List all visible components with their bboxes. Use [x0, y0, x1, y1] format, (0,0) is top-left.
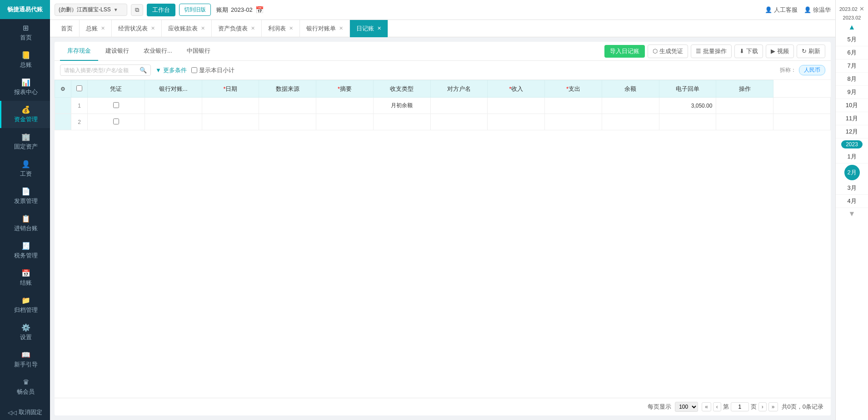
last-page-button[interactable]: »: [768, 402, 778, 411]
sidebar-item-payroll[interactable]: 👤 工资: [0, 155, 50, 183]
cal-close-btn[interactable]: ✕: [859, 5, 864, 12]
row-operation-0[interactable]: [773, 98, 831, 114]
subtab-cash[interactable]: 库存现金: [60, 42, 98, 61]
cal-year-badge[interactable]: 2023: [841, 140, 863, 148]
user-info[interactable]: 👤 徐温华: [804, 6, 831, 14]
cal-month-4-2023[interactable]: 4月: [836, 195, 868, 208]
show-daily-total-checkbox[interactable]: 显示本日小计: [191, 66, 234, 74]
sidebar-item-archive[interactable]: 📁 归档管理: [0, 292, 50, 319]
subtab-abc[interactable]: 农业银行...: [136, 42, 180, 61]
daily-total-check[interactable]: [191, 67, 197, 73]
sidebar-unpin[interactable]: ◁◁ 取消固定: [0, 405, 50, 420]
generate-voucher-button[interactable]: ⬡ 生成凭证: [648, 44, 688, 58]
home-icon: ⊞: [23, 24, 29, 32]
cal-months-active: 1月 2月 3月 4月: [836, 150, 868, 208]
sidebar-item-newbie[interactable]: 📖 新手引导: [0, 346, 50, 373]
row-bank-1: [202, 114, 259, 130]
row-checkbox-1[interactable]: [113, 119, 119, 124]
th-settings[interactable]: ⚙: [55, 80, 71, 98]
cal-month-5[interactable]: 5月: [836, 33, 868, 46]
row-checkbox-0[interactable]: [113, 102, 119, 108]
import-journal-button[interactable]: 导入日记账: [604, 45, 645, 58]
select-all-checkbox[interactable]: [76, 85, 82, 91]
cal-month-11[interactable]: 11月: [836, 112, 868, 125]
period-calendar-icon[interactable]: 📅: [255, 6, 264, 14]
sidebar-item-home[interactable]: ⊞ 首页: [0, 19, 50, 46]
tab-bank-close[interactable]: ✕: [339, 25, 343, 31]
user-service[interactable]: 👤 人工客服: [765, 6, 798, 14]
page-input[interactable]: [731, 402, 749, 411]
journal-card: 库存现金 建设银行 农业银行... 中国银行 导入日记账 ⬡ 生成凭证: [55, 42, 831, 415]
company-selector[interactable]: (勿删）江西腿宝-LSS ▼: [55, 4, 127, 16]
cal-month-8[interactable]: 8月: [836, 73, 868, 86]
row-check-1[interactable]: [88, 114, 145, 130]
cal-month-2-active[interactable]: 2月: [844, 165, 860, 180]
sidebar-item-settlement[interactable]: 📅 结账: [0, 264, 50, 292]
sidebar-item-label-home: 首页: [20, 34, 32, 42]
sidebar-item-tax[interactable]: 🧾 税务管理: [0, 237, 50, 264]
tab-assets-close[interactable]: ✕: [251, 25, 255, 31]
batch-ops-button[interactable]: ☰ 批量操作: [691, 44, 732, 58]
tab-home[interactable]: 首页: [55, 20, 80, 37]
tab-profit[interactable]: 利润表 ✕: [262, 20, 300, 37]
sidebar-item-fund[interactable]: 💰 资金管理: [0, 101, 50, 128]
tab-general[interactable]: 总账 ✕: [80, 20, 112, 37]
tab-journal-close[interactable]: ✕: [377, 25, 381, 31]
old-version-button[interactable]: 切到旧版: [179, 4, 211, 16]
tab-business-close[interactable]: ✕: [151, 25, 155, 31]
cal-nav-down[interactable]: ▼: [836, 208, 868, 220]
page-size-select[interactable]: 100: [675, 402, 698, 412]
row-check-0[interactable]: [88, 98, 145, 114]
download-button[interactable]: ⬇ 下载: [734, 44, 763, 58]
sidebar-item-label-assets: 固定资产: [14, 143, 38, 151]
tab-business[interactable]: 经营状况表 ✕: [112, 20, 162, 37]
more-conditions[interactable]: ▼ 更多条件: [155, 66, 187, 74]
sidebar-item-fixed-assets[interactable]: 🏢 固定资产: [0, 128, 50, 155]
tab-bank[interactable]: 银行对账单 ✕: [300, 20, 350, 37]
video-button[interactable]: ▶ 视频: [766, 44, 794, 58]
sidebar: 畅捷通易代账 ⊞ 首页 📒 总账 📊 报表中心 💰 资金管理 🏢 固定资产 👤 …: [0, 0, 50, 420]
sidebar-item-invoice[interactable]: 📄 发票管理: [0, 183, 50, 210]
sidebar-item-settings[interactable]: ⚙️ 设置: [0, 319, 50, 346]
tab-profit-close[interactable]: ✕: [289, 25, 293, 31]
th-expense: *支出: [545, 80, 602, 98]
tab-receivable-close[interactable]: ✕: [201, 25, 205, 31]
tab-journal[interactable]: 日记账 ✕: [350, 20, 388, 37]
sidebar-item-general-ledger[interactable]: 📒 总账: [0, 46, 50, 74]
search-input[interactable]: [64, 67, 137, 74]
row-operation-1[interactable]: [773, 114, 831, 130]
tab-receivable-label: 应收账款表: [168, 25, 198, 33]
cal-month-7[interactable]: 7月: [836, 59, 868, 73]
subtab-boc[interactable]: 中国银行: [180, 42, 218, 61]
cal-month-3-2023[interactable]: 3月: [836, 182, 868, 195]
sidebar-item-report[interactable]: 📊 报表中心: [0, 74, 50, 101]
search-icon[interactable]: 🔍: [140, 67, 147, 74]
tab-assets[interactable]: 资产负债表 ✕: [212, 20, 262, 37]
filter-row: 🔍 ▼ 更多条件 显示本日小计 拆称： 人民币: [55, 61, 831, 80]
download-icon: ⬇: [739, 48, 744, 54]
period-value: 2023-02: [231, 6, 253, 13]
sidebar-item-vip[interactable]: ♛ 畅会员: [0, 373, 50, 400]
subtab-cash-label: 库存现金: [67, 47, 91, 55]
workbench-button[interactable]: 工作台: [147, 4, 175, 16]
cal-month-9[interactable]: 9月: [836, 86, 868, 99]
cal-month-10[interactable]: 10月: [836, 99, 868, 112]
currency-badge[interactable]: 人民币: [799, 65, 825, 75]
row-summary-1: [373, 114, 430, 130]
prev-page-button[interactable]: ‹: [713, 402, 721, 411]
cal-month-1-2023[interactable]: 1月: [836, 150, 868, 163]
subtab-ccb[interactable]: 建设银行: [98, 42, 136, 61]
row-source-0: [316, 98, 374, 114]
first-page-button[interactable]: «: [702, 402, 711, 411]
refresh-button[interactable]: ↻ 刷新: [797, 44, 825, 58]
tab-receivable[interactable]: 应收账款表 ✕: [162, 20, 212, 37]
copy-button[interactable]: ⧉: [131, 4, 143, 16]
th-check[interactable]: [71, 80, 88, 98]
cal-month-12[interactable]: 12月: [836, 125, 868, 138]
cal-month-6[interactable]: 6月: [836, 46, 868, 59]
tab-general-close[interactable]: ✕: [101, 25, 105, 31]
cal-nav-up[interactable]: ▲: [836, 21, 868, 33]
sidebar-item-sales-ledger[interactable]: 📋 进销台账: [0, 210, 50, 237]
content-area: 库存现金 建设银行 农业银行... 中国银行 导入日记账 ⬡ 生成凭证: [50, 37, 835, 420]
next-page-button[interactable]: ›: [758, 402, 767, 411]
